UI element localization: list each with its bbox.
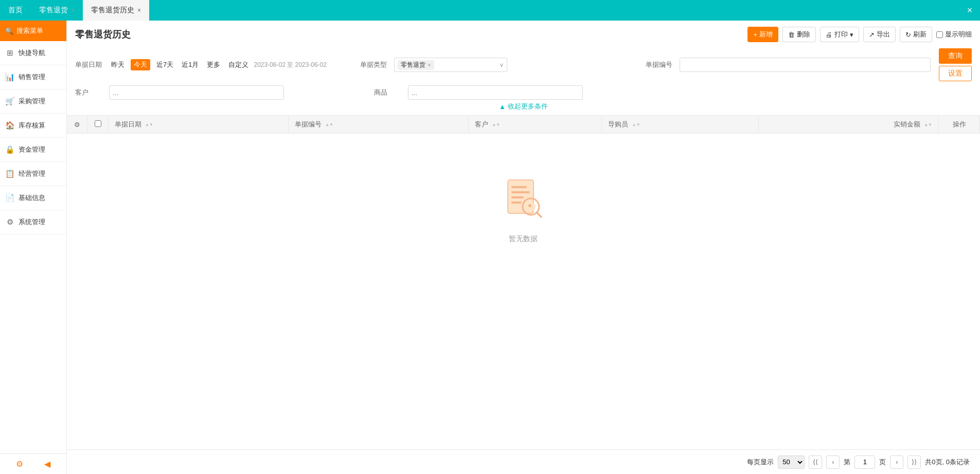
empty-icon	[497, 175, 549, 226]
filter-cell-date: 单据日期 昨天 今天 近7天 近1月 更多 自定义 2023-06-02 至 2…	[75, 59, 360, 70]
settings-button[interactable]: 设置	[939, 66, 972, 81]
th-customer[interactable]: 客户 ▲▼	[468, 116, 601, 134]
sidebar-collapse-icon[interactable]: ◀	[44, 459, 50, 469]
tab-retail-return-label: 零售退货	[39, 6, 68, 15]
delete-button[interactable]: 🗑 删除	[782, 27, 816, 42]
tab-home[interactable]: 首页	[0, 0, 31, 21]
tab-retail-return-close[interactable]: ×	[71, 7, 75, 14]
tab-list: 首页 零售退货 × 零售退货历史 ×	[0, 0, 959, 21]
content-inner: ⚙ 单据日期 ▲▼ 单据编号 ▲▼	[67, 115, 980, 474]
tab-retail-return-history-label: 零售退货历史	[91, 6, 134, 15]
sort-icon-customer: ▲▼	[492, 122, 500, 127]
tab-retail-return[interactable]: 零售退货 ×	[31, 0, 83, 21]
goods-label: 商品	[374, 88, 405, 97]
inventory-icon: 🏠	[5, 121, 14, 130]
date-option-more[interactable]: 更多	[205, 59, 222, 70]
doctype-tag-label: 零售退货	[401, 61, 425, 69]
page-input[interactable]	[854, 455, 875, 469]
date-option-custom[interactable]: 自定义	[226, 59, 251, 70]
th-settings[interactable]: ⚙	[67, 116, 87, 134]
display-toggle-label: 显示明细	[945, 30, 972, 39]
main-table: ⚙ 单据日期 ▲▼ 单据编号 ▲▼	[67, 116, 980, 285]
sidebar-item-inventory[interactable]: 🏠 库存核算	[0, 114, 66, 138]
sidebar-item-system-mgmt[interactable]: ⚙ 系统管理	[0, 210, 66, 234]
top-bar: 首页 零售退货 × 零售退货历史 × ×	[0, 0, 980, 21]
doctype-label: 单据类型	[360, 60, 391, 69]
date-option-7days[interactable]: 近7天	[154, 59, 175, 70]
query-button[interactable]: 查询	[939, 48, 972, 64]
svg-rect-2	[511, 191, 530, 193]
empty-text: 暂无数据	[509, 234, 538, 244]
filter-cell-customer: 客户	[75, 85, 374, 100]
date-option-today[interactable]: 今天	[131, 59, 150, 70]
sales-mgmt-icon: 📊	[5, 72, 14, 82]
window-close-button[interactable]: ×	[959, 0, 980, 21]
basic-info-icon: 📄	[5, 193, 14, 203]
quick-nav-icon: ⊞	[5, 48, 14, 58]
print-button[interactable]: 🖨 打印 ▾	[820, 27, 859, 42]
customer-label: 客户	[75, 88, 106, 97]
sidebar-search[interactable]: 🔍 搜索菜单	[0, 21, 66, 41]
sidebar-item-purchase-mgmt-label: 采购管理	[19, 97, 45, 106]
doctype-tag: 零售退货 ×	[398, 60, 434, 70]
svg-point-8	[528, 204, 531, 207]
th-ops: 操作	[939, 116, 980, 134]
date-option-yesterday[interactable]: 昨天	[109, 59, 127, 70]
sidebar-item-basic-info[interactable]: 📄 基础信息	[0, 186, 66, 210]
new-button[interactable]: + 新增	[747, 27, 778, 42]
finance-mgmt-icon: 🔒	[5, 145, 14, 154]
date-label: 单据日期	[75, 60, 106, 69]
th-guide[interactable]: 导购员 ▲▼	[602, 116, 759, 134]
tab-retail-return-history-close[interactable]: ×	[137, 7, 141, 14]
th-customer-label: 客户	[475, 120, 488, 128]
collapse-label: 收起更多条件	[508, 102, 548, 111]
display-toggle-checkbox[interactable]	[936, 31, 943, 38]
display-toggle[interactable]: 显示明细	[936, 30, 972, 39]
sidebar-item-operations-mgmt[interactable]: 📋 经营管理	[0, 162, 66, 186]
last-page-button[interactable]: ⟩⟩	[907, 455, 921, 469]
page-size-select[interactable]: 50 100 200	[778, 455, 805, 469]
prev-page-button[interactable]: ‹	[826, 455, 840, 469]
next-page-button[interactable]: ›	[890, 455, 903, 469]
date-option-1month[interactable]: 近1月	[180, 59, 201, 70]
export-button[interactable]: ↗ 导出	[863, 27, 896, 42]
sidebar-item-finance-mgmt[interactable]: 🔒 资金管理	[0, 138, 66, 162]
date-range-display: 2023-06-02 至 2023-06-02	[254, 61, 326, 69]
th-checkbox[interactable]	[87, 116, 108, 134]
purchase-mgmt-icon: 🛒	[5, 97, 14, 106]
sidebar-item-purchase-mgmt[interactable]: 🛒 采购管理	[0, 89, 66, 114]
svg-line-7	[537, 212, 541, 217]
date-options: 昨天 今天 近7天 近1月 更多 自定义	[109, 59, 251, 70]
sidebar-item-quick-nav[interactable]: ⊞ 快捷导航	[0, 41, 66, 65]
sidebar-bottom: ⚙ ◀	[0, 453, 66, 474]
table-wrap: ⚙ 单据日期 ▲▼ 单据编号 ▲▼	[67, 115, 980, 449]
sidebar-settings-icon[interactable]: ⚙	[16, 459, 23, 469]
select-all-checkbox[interactable]	[95, 120, 101, 127]
export-label: 导出	[877, 30, 890, 39]
goods-input[interactable]	[412, 89, 579, 97]
sort-icon-doc-number: ▲▼	[325, 122, 333, 127]
total-info: 共0页, 0条记录	[925, 458, 970, 467]
tab-retail-return-history[interactable]: 零售退货历史 ×	[83, 0, 149, 21]
collapse-button[interactable]: ▲ 收起更多条件	[495, 100, 552, 113]
page-label: 第	[844, 458, 850, 467]
th-doc-date[interactable]: 单据日期 ▲▼	[108, 116, 288, 134]
th-amount-label: 实销金额	[894, 120, 920, 128]
sort-icon-amount: ▲▼	[924, 122, 932, 127]
page-header: 零售退货历史 + 新增 🗑 删除 🖨 打印 ▾	[67, 21, 980, 115]
sidebar-item-system-mgmt-label: 系统管理	[19, 217, 45, 227]
first-page-button[interactable]: ⟨⟨	[809, 455, 822, 469]
sidebar-item-sales-mgmt[interactable]: 📊 销售管理	[0, 65, 66, 89]
empty-state: 暂无数据	[67, 134, 980, 285]
delete-label: 删除	[797, 30, 810, 39]
docnumber-input[interactable]	[680, 58, 931, 72]
doctype-select[interactable]: 零售退货 × ∨	[394, 58, 507, 72]
query-settings-group: 查询 设置	[939, 48, 972, 81]
th-doc-number-label: 单据编号	[295, 120, 322, 128]
th-doc-number[interactable]: 单据编号 ▲▼	[288, 116, 468, 134]
customer-input[interactable]	[113, 89, 280, 97]
doctype-tag-close[interactable]: ×	[427, 62, 431, 68]
th-amount[interactable]: 实销金额 ▲▼	[758, 116, 938, 134]
sidebar-item-quick-nav-label: 快捷导航	[19, 48, 45, 58]
refresh-button[interactable]: ↻ 刷新	[900, 27, 932, 42]
